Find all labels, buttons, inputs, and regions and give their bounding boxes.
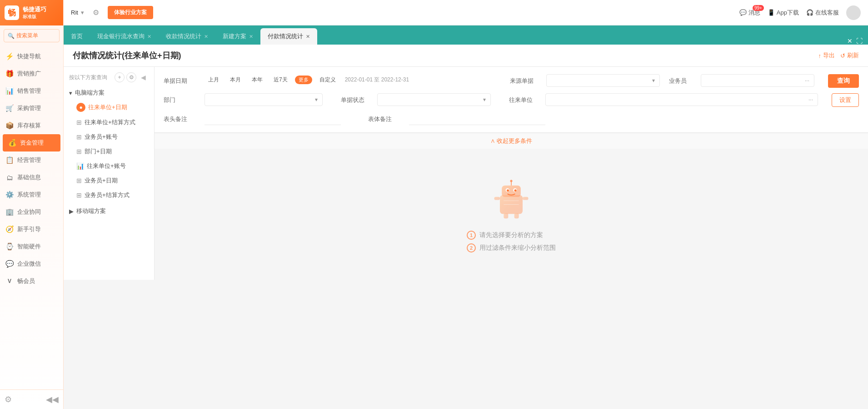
marketing-icon: 🎁 — [5, 70, 14, 78]
tabs-end-actions: ✕ ⛶ — [847, 37, 868, 45]
group-arrow-icon: ▾ — [69, 90, 72, 96]
topbar-settings-button[interactable]: ⚙ — [90, 6, 102, 19]
tab-close-new-scheme[interactable]: ✕ — [249, 34, 253, 40]
collapse-more-conditions-button[interactable]: ∧ 收起更多条件 — [155, 133, 868, 149]
svg-rect-9 — [523, 197, 529, 200]
brand-name: 畅捷通巧 标准版 — [23, 6, 46, 20]
query-button[interactable]: 查询 — [828, 74, 859, 88]
header-note-label: 表头备注 — [164, 112, 195, 123]
tab-close-bank[interactable]: ✕ — [147, 34, 151, 40]
chart-icon: 📊 — [76, 162, 84, 170]
company-name: Rit — [71, 9, 78, 16]
tab-home[interactable]: 首页 — [64, 28, 90, 45]
sidebar-item-inventory[interactable]: 📦 库存核算 — [0, 117, 63, 134]
scheme-settings-button[interactable]: ⚙ — [126, 72, 136, 82]
mobile-scheme-group-header[interactable]: ▶ 移动端方案 — [64, 204, 154, 218]
sidebar-item-marketing[interactable]: 🎁 营销推广 — [0, 65, 63, 82]
salesman-select[interactable]: ··· — [701, 74, 814, 87]
source-select[interactable]: ▾ — [546, 74, 660, 87]
maximize-icon[interactable]: ⛶ — [856, 37, 863, 45]
message-button[interactable]: 💬 消息 99+ — [739, 9, 760, 17]
collapse-sidebar-icon[interactable]: ◀◀ — [46, 394, 59, 404]
tab-bank-flow[interactable]: 现金银行流水查询 ✕ — [90, 28, 159, 45]
purchase-icon: 🛒 — [5, 104, 14, 112]
add-scheme-button[interactable]: + — [115, 72, 125, 82]
this-month-btn[interactable]: 本月 — [226, 74, 244, 86]
last-month-btn[interactable]: 上月 — [205, 74, 223, 86]
sidebar-item-wechat[interactable]: 💬 企业微信 — [0, 255, 63, 273]
dept-select[interactable]: ▾ — [205, 93, 323, 106]
service-button[interactable]: 🎧 在线客服 — [806, 9, 839, 17]
filter-row-2: 部门 ▾ 单据状态 ▾ 往来单位 ··· — [164, 93, 859, 107]
search-menu-button[interactable]: 🔍 搜索菜单 — [4, 29, 60, 42]
last-7-days-btn[interactable]: 近7天 — [270, 74, 291, 86]
scheme-item-salesman-account[interactable]: ⊞ 业务员+账号 — [64, 130, 154, 144]
desktop-scheme-group-header[interactable]: ▾ 电脑端方案 — [64, 86, 154, 100]
sidebar-item-operation[interactable]: 📋 经营管理 — [0, 151, 63, 169]
body-note-input[interactable] — [409, 112, 545, 125]
desktop-scheme-group: ▾ 电脑端方案 ● 往来单位+日期 ⊞ 往来单位+结算方式 ⊞ 业务员+账号 — [64, 86, 154, 202]
mobile-scheme-group: ▶ 移动端方案 — [64, 204, 154, 218]
cooperation-icon: 🏢 — [5, 208, 14, 216]
page-content: 付款情况统计(往来单位+日期) ↑ 导出 ↺ 刷新 按以下方案查询 + — [64, 45, 868, 409]
empty-tip-2: 2 用过滤条件来缩小分析范围 — [467, 243, 556, 252]
tab-close-receipt[interactable]: ✕ — [204, 34, 208, 40]
doc-status-select[interactable]: ▾ — [377, 93, 491, 106]
user-avatar[interactable] — [846, 5, 861, 20]
company-selector[interactable]: Rit ▾ — [71, 9, 84, 16]
export-icon: ↑ — [818, 52, 822, 59]
trial-button[interactable]: 体验行业方案 — [108, 6, 153, 19]
app-download-button[interactable]: 📱 App下载 — [768, 9, 799, 17]
svg-rect-11 — [514, 213, 519, 219]
sidebar-item-system[interactable]: ⚙️ 系统管理 — [0, 186, 63, 203]
sidebar-item-finance[interactable]: 💰 资金管理 — [3, 134, 60, 151]
page-header-actions: ↑ 导出 ↺ 刷新 — [818, 51, 859, 60]
sidebar-item-shortcut[interactable]: ⚡ 快捷导航 — [0, 48, 63, 65]
message-badge: 99+ — [753, 5, 764, 11]
settings-icon[interactable]: ⚙ — [5, 394, 12, 404]
sidebar-header: 畅 畅捷通巧 标准版 — [0, 0, 63, 25]
close-all-tabs-icon[interactable]: ✕ — [847, 37, 853, 45]
system-icon: ⚙️ — [5, 191, 14, 199]
sidebar: 畅 畅捷通巧 标准版 🔍 搜索菜单 ⚡ 快捷导航 🎁 营销推广 📊 销售管理 🛒… — [0, 0, 64, 409]
sidebar-item-guide[interactable]: 🧭 新手引导 — [0, 221, 63, 238]
scheme-item-counterpart-date[interactable]: ● 往来单位+日期 — [64, 100, 154, 115]
tab-receipt-stats[interactable]: 收款情况统计 ✕ — [159, 28, 215, 45]
sidebar-item-member[interactable]: V 畅会员 — [0, 273, 63, 290]
tab-new-scheme[interactable]: 新建方案 ✕ — [215, 28, 260, 45]
page-header: 付款情况统计(往来单位+日期) ↑ 导出 ↺ 刷新 — [64, 45, 868, 67]
main-area: Rit ▾ ⚙ 体验行业方案 💬 消息 99+ 📱 App下载 🎧 在线客服 — [64, 0, 868, 409]
scheme-item-salesman-settle[interactable]: ⊞ 业务员+结算方式 — [64, 188, 154, 202]
sidebar-item-basic[interactable]: 🗂 基础信息 — [0, 169, 63, 186]
sidebar-item-hardware[interactable]: ⌚ 智能硬件 — [0, 238, 63, 255]
scheme-item-dept-date[interactable]: ⊞ 部门+日期 — [64, 144, 154, 159]
filter-row-3: 表头备注 表体备注 — [164, 112, 859, 125]
group-arrow-icon-mobile: ▶ — [69, 208, 74, 215]
sidebar-item-purchase[interactable]: 🛒 采购管理 — [0, 100, 63, 117]
counterpart-filter-label: 往来单位 — [509, 93, 536, 104]
doc-status-filter-label: 单据状态 — [341, 93, 368, 104]
sidebar-item-cooperation[interactable]: 🏢 企业协同 — [0, 203, 63, 221]
counterpart-select[interactable]: ··· — [545, 93, 818, 106]
custom-date-btn[interactable]: 自定义 — [316, 74, 339, 86]
refresh-button[interactable]: ↺ 刷新 — [840, 51, 859, 60]
tab-close-payment[interactable]: ✕ — [306, 34, 310, 40]
page-title: 付款情况统计(往来单位+日期) — [73, 50, 181, 61]
more-date-btn[interactable]: 更多 — [295, 76, 312, 84]
table-icon-2: ⊞ — [76, 133, 82, 141]
collapse-scheme-panel-button[interactable]: ◀ — [138, 73, 149, 82]
sidebar-item-sales[interactable]: 📊 销售管理 — [0, 82, 63, 100]
this-year-btn[interactable]: 本年 — [248, 74, 266, 86]
date-filter-label: 单据日期 — [164, 74, 195, 85]
scheme-item-counterpart-settle[interactable]: ⊞ 往来单位+结算方式 — [64, 115, 154, 130]
empty-illustration — [489, 176, 534, 222]
shortcut-icon: ⚡ — [5, 52, 14, 61]
hardware-icon: ⌚ — [5, 242, 14, 251]
scheme-item-salesman-date[interactable]: ⊞ 业务员+日期 — [64, 173, 154, 188]
setting-button[interactable]: 设置 — [832, 93, 859, 107]
dept-dropdown-arrow: ▾ — [315, 96, 318, 103]
header-note-input[interactable] — [205, 112, 341, 125]
export-button[interactable]: ↑ 导出 — [818, 51, 835, 60]
scheme-item-counterpart-account[interactable]: 📊 往来单位+账号 — [64, 159, 154, 173]
tab-payment-stats[interactable]: 付款情况统计 ✕ — [260, 28, 317, 45]
